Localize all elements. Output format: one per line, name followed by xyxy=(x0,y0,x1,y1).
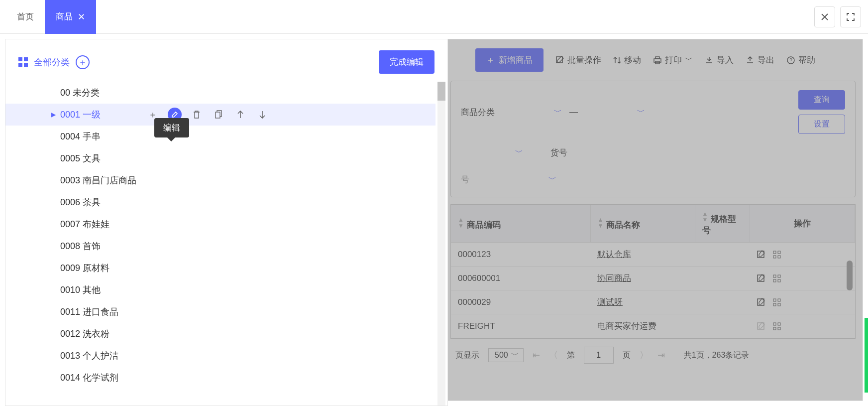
add-category-button[interactable]: ＋ xyxy=(76,55,90,69)
category-item[interactable]: 0005 文具 xyxy=(5,147,435,169)
grid-icon xyxy=(18,57,28,67)
move-up-button[interactable] xyxy=(233,108,247,122)
workspace: ＋ 新增商品 批量操作 移动 打印 ﹀ 导入 xyxy=(0,34,868,406)
close-icon[interactable]: ✕ xyxy=(78,11,85,22)
panel-title: 全部分类 ＋ xyxy=(18,55,90,69)
scrollbar-track xyxy=(437,82,445,406)
tabs-bar: 首页 商品 ✕ xyxy=(0,0,868,34)
category-item[interactable]: 0004 手串 xyxy=(5,126,435,147)
accent-strip xyxy=(865,318,868,393)
scrollbar-thumb[interactable] xyxy=(437,82,445,101)
category-item[interactable]: 0006 茶具 xyxy=(5,191,435,213)
category-item[interactable]: 00 未分类 xyxy=(5,82,435,104)
category-item[interactable]: 0003 南昌门店商品 xyxy=(5,169,435,191)
finish-edit-button[interactable]: 完成编辑 xyxy=(379,50,434,74)
tooltip: 编辑 xyxy=(154,118,189,137)
category-item[interactable]: 0007 布娃娃 xyxy=(5,213,435,235)
delete-button[interactable] xyxy=(190,108,204,122)
category-tree: 00 未分类▶0001 一级＋0004 手串0005 文具0003 南昌门店商品… xyxy=(5,82,447,389)
fullscreen-icon[interactable] xyxy=(840,6,861,27)
category-item[interactable]: 0010 其他 xyxy=(5,279,435,301)
category-item[interactable]: 0013 个人护洁 xyxy=(5,345,435,367)
category-item[interactable]: 0011 进口食品 xyxy=(5,301,435,323)
copy-button[interactable] xyxy=(212,108,225,122)
category-item[interactable]: 0012 洗衣粉 xyxy=(5,323,435,345)
category-edit-panel: 全部分类 ＋ 完成编辑 00 未分类▶0001 一级＋0004 手串0005 文… xyxy=(5,39,448,406)
category-item[interactable]: ▶0001 一级＋ xyxy=(5,104,435,126)
svg-rect-26 xyxy=(216,112,220,118)
category-item[interactable]: 0014 化学试剂 xyxy=(5,367,435,389)
expand-icon[interactable]: ▶ xyxy=(51,111,56,118)
move-down-button[interactable] xyxy=(255,108,269,122)
category-item[interactable]: 0008 首饰 xyxy=(5,235,435,257)
tab-product[interactable]: 商品 ✕ xyxy=(45,0,96,34)
category-item[interactable]: 0009 原材料 xyxy=(5,257,435,279)
tab-home[interactable]: 首页 xyxy=(6,0,45,34)
close-all-icon[interactable] xyxy=(814,6,835,27)
